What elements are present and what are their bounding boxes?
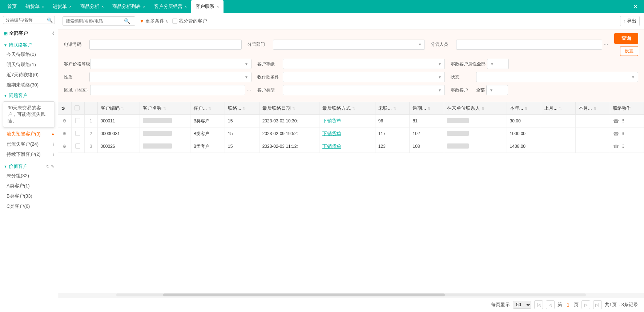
row-gear-2[interactable]: ⚙ [58, 140, 71, 153]
sidebar-item-c-class[interactable]: C类客户(6) [0, 201, 58, 211]
filter-price-grade-select[interactable]: ▼ [90, 59, 251, 69]
sidebar-all-customers[interactable]: ⊞ 全部客户 《 [0, 27, 58, 40]
row-actions-0: ☎ ⠿ [610, 115, 644, 127]
row-this-year-1: 1000.00 [507, 127, 541, 140]
filter-payment-select[interactable]: ▼ [283, 72, 445, 82]
this-year-sort-icon[interactable]: ⇅ [524, 106, 527, 110]
filter-payment-label: 收付款条件 [257, 74, 283, 80]
nav-analysis-list[interactable]: 商品分析列表 × [108, 0, 149, 13]
nav-home[interactable]: 首页 [3, 0, 21, 13]
row-checkbox-1[interactable] [71, 127, 84, 140]
sidebar-item-a-class[interactable]: A类客户(1) [0, 181, 58, 191]
this-month-sort-icon[interactable]: ⇅ [593, 106, 596, 110]
filter-region-dots[interactable]: ··· [247, 87, 251, 93]
status-arrow-icon: ▼ [631, 75, 635, 79]
filter-nature-select[interactable]: ▼ [89, 72, 251, 82]
sidebar-collapse-icon[interactable]: 《 [50, 31, 54, 36]
sidebar-item-7days[interactable]: 近7天待联络(0) [0, 70, 58, 80]
price-grade-arrow-icon: ▼ [245, 62, 248, 66]
sidebar-search-icon[interactable]: 🔍 [47, 17, 53, 23]
sidebar-item-churn-warning[interactable]: 流失预警客户(3) ● [0, 129, 58, 139]
sidebar-item-overdue[interactable]: 逾期未联络(30) [0, 80, 58, 90]
my-customers-checkbox-area[interactable]: 我分管的客户 [172, 18, 207, 24]
filter-person-dots[interactable]: ··· [604, 42, 608, 48]
nav-sales[interactable]: 销货单 × [21, 0, 48, 13]
last-month-sort-icon[interactable]: ⇅ [559, 106, 562, 110]
row-action-contact-icon-2[interactable]: ☎ [613, 144, 619, 149]
first-page-btn[interactable]: |◁ [534, 300, 543, 309]
row-checkbox-2[interactable] [71, 140, 84, 153]
sidebar-group-problem[interactable]: ▼ 问题客户 [0, 90, 58, 100]
close-purchase-icon[interactable]: × [69, 4, 71, 9]
sidebar-item-churned[interactable]: 已流失客户(24) ℹ [0, 139, 58, 149]
overdue-sort-icon[interactable]: ⇅ [427, 106, 430, 110]
export-button[interactable]: ↑ 导出 [620, 16, 640, 26]
uncontacted-sort-icon[interactable]: ⇅ [393, 106, 396, 110]
page-unit: 页 [574, 301, 579, 308]
nav-purchase[interactable]: 进货单 × [48, 0, 76, 13]
sidebar-item-today[interactable]: 今天待联络(0) [0, 49, 58, 60]
page-size-select[interactable]: 50 100 200 [513, 301, 531, 309]
horizontal-scrollbar[interactable] [58, 293, 644, 297]
nav-analysis[interactable]: 商品分析 × [76, 0, 108, 13]
row-action-more-icon-2[interactable]: ⠿ [621, 144, 625, 149]
query-button[interactable]: 查询 [614, 33, 638, 44]
type-sort-icon[interactable]: ⇅ [208, 106, 211, 110]
filter-status-select[interactable]: ▼ [476, 72, 638, 82]
close-tier-icon[interactable]: × [185, 4, 187, 9]
close-analysis-icon[interactable]: × [101, 4, 104, 9]
contact-count-sort-icon[interactable]: ⇅ [243, 106, 246, 110]
last-date-sort-icon[interactable]: ⇅ [292, 106, 295, 110]
row-action-contact-icon-0[interactable]: ☎ [613, 118, 619, 124]
filter-scattered-select[interactable]: ▼ [486, 85, 508, 95]
select-all-checkbox[interactable] [75, 105, 80, 110]
my-customers-checkbox[interactable] [172, 19, 177, 24]
sidebar-search-area: 🔍 [0, 13, 58, 27]
row-action-more-icon-1[interactable]: ⠿ [621, 131, 625, 137]
code-sort-icon[interactable]: ⇅ [121, 106, 124, 110]
sidebar-item-tomorrow[interactable]: 明天待联络(1) [0, 60, 58, 70]
sidebar-group-value[interactable]: ▼ 价值客户 ↻ ✎ [0, 161, 58, 171]
filter-dept-select[interactable]: ▼ [273, 40, 425, 50]
payment-arrow-icon: ▼ [438, 75, 442, 79]
sidebar-item-ungrouped[interactable]: 未分组(32) [0, 171, 58, 181]
row-last-method-0[interactable]: 下销货单 [319, 115, 375, 127]
last-method-sort-icon[interactable]: ⇅ [352, 106, 355, 110]
filter-region-select[interactable] [90, 85, 245, 95]
prev-page-btn[interactable]: ◁ [546, 300, 555, 309]
filter-scattered-attr-select[interactable]: ▼ [487, 59, 509, 69]
settings-col-icon[interactable]: ⚙ [61, 106, 65, 111]
row-action-more-icon-0[interactable]: ⠿ [621, 118, 625, 124]
filter-search-input[interactable] [66, 19, 124, 24]
value-refresh-icon[interactable]: ↻ [46, 164, 49, 169]
last-page-btn[interactable]: ▷| [593, 300, 602, 309]
filter-person-select[interactable] [456, 40, 602, 50]
settings-button[interactable]: 设置 [620, 46, 638, 56]
row-last-method-2[interactable]: 下销货单 [319, 140, 375, 153]
row-last-method-1[interactable]: 下销货单 [319, 127, 375, 140]
filter-phone-input[interactable] [89, 40, 242, 50]
sidebar-group-pending[interactable]: ▼ 待联络客户 [0, 40, 58, 49]
sidebar-item-b-class[interactable]: B类客户(33) [0, 191, 58, 201]
row-checkbox-0[interactable] [71, 115, 84, 127]
nav-customer-contact[interactable]: 客户联系 × [191, 0, 223, 13]
row-gear-0[interactable]: ⚙ [58, 115, 71, 127]
filter-search-icon[interactable]: 🔍 [124, 18, 130, 24]
th-this-year: 本年...⇅ [507, 102, 541, 115]
filter-customer-grade-select[interactable]: ▼ [283, 59, 445, 69]
contact-person-sort-icon[interactable]: ⇅ [482, 106, 484, 110]
close-analysis-list-icon[interactable]: × [143, 4, 145, 9]
close-contact-icon[interactable]: × [217, 4, 219, 9]
close-sales-icon[interactable]: × [42, 4, 44, 9]
scrollbar-thumb[interactable] [163, 293, 445, 296]
sidebar-item-declining[interactable]: 持续下滑客户(2) ℹ [0, 149, 58, 159]
filter-customer-type-select[interactable]: ▼ [283, 85, 445, 95]
next-page-btn[interactable]: ▷ [581, 300, 590, 309]
name-sort-icon[interactable]: ⇅ [163, 106, 166, 110]
nav-customer-tier[interactable]: 客户分层经营 × [150, 0, 191, 13]
more-filters-btn[interactable]: ▼ 更多条件 ∧ [140, 18, 168, 24]
row-gear-1[interactable]: ⚙ [58, 127, 71, 140]
value-edit-icon[interactable]: ✎ [51, 164, 54, 169]
window-close-icon[interactable]: ✕ [630, 3, 641, 11]
row-action-contact-icon-1[interactable]: ☎ [613, 131, 619, 137]
